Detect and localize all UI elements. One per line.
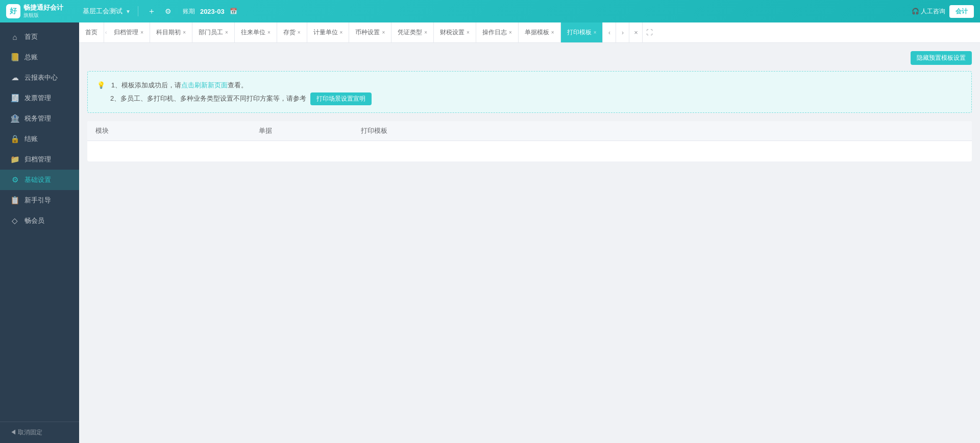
divider-1	[138, 6, 138, 16]
tab-tax-set[interactable]: 财税设置 ×	[434, 22, 476, 42]
tab-next-button[interactable]: ›	[616, 22, 629, 42]
top-bar: 好 畅捷通好会计 旗舰版 基层工会测试 ▼ ＋ ⚙ 账期 2023-03 📅 🎧…	[0, 0, 980, 22]
sidebar-item-home[interactable]: ⌂ 首页	[0, 27, 79, 47]
tab-voucher-label: 凭证类型	[398, 28, 422, 37]
main-layout: ⌂ 首页 📒 总账 ☁ 云报表中心 🧾 发票管理 🏦 税务管理 🔒 结账	[0, 22, 980, 443]
tab-home[interactable]: 首页	[79, 22, 104, 42]
bulb-icon: 💡	[97, 81, 105, 89]
sidebar-item-member[interactable]: ◇ 畅会员	[0, 211, 79, 231]
tab-subject-label: 科目期初	[156, 28, 181, 37]
tab-dept[interactable]: 部门员工 ×	[192, 22, 235, 42]
tab-dept-close[interactable]: ×	[225, 30, 228, 35]
data-table: 模块 单据 打印模板	[87, 121, 972, 161]
tab-bar: 首页 ‹ 归档管理 × 科目期初 × 部门员工 × 往来单位 × 存货 ×	[79, 22, 980, 43]
tab-inventory-close[interactable]: ×	[298, 30, 301, 35]
logo-text-block: 畅捷通好会计 旗舰版	[23, 4, 63, 19]
logo-area: 好 畅捷通好会计 旗舰版	[6, 4, 78, 19]
company-selector[interactable]: 基层工会测试 ▼	[83, 7, 131, 16]
tab-archive-label: 归档管理	[114, 28, 138, 37]
tab-single-close[interactable]: ×	[551, 30, 554, 35]
tab-subject-close[interactable]: ×	[183, 30, 186, 35]
info-refresh-link[interactable]: 点击刷新新页面	[181, 81, 228, 89]
sidebar-item-reports[interactable]: ☁ 云报表中心	[0, 67, 79, 88]
page-content: 隐藏预置模板设置 💡 1、模板添加成功后，请点击刷新新页面查看。 2、多员工、多…	[79, 43, 980, 443]
sidebar-item-settings[interactable]: ⚙ 基础设置	[0, 170, 79, 190]
account-button[interactable]: 会计	[949, 5, 974, 18]
chevron-down-icon: ▼	[126, 9, 131, 14]
hide-template-button[interactable]: 隐藏预置模板设置	[911, 51, 972, 65]
gear-icon: ⚙	[10, 175, 19, 184]
tab-partner-close[interactable]: ×	[267, 30, 271, 35]
sidebar-label-tax: 税务管理	[24, 114, 51, 123]
sidebar-label-archive: 归档管理	[24, 155, 51, 164]
tab-inventory[interactable]: 存货 ×	[277, 22, 307, 42]
tab-single[interactable]: 单据模板 ×	[519, 22, 561, 42]
period-label: 账期	[183, 7, 195, 16]
sidebar-label-invoice: 发票管理	[24, 94, 51, 103]
tab-subject[interactable]: 科目期初 ×	[150, 22, 192, 42]
sidebar: ⌂ 首页 📒 总账 ☁ 云报表中心 🧾 发票管理 🏦 税务管理 🔒 结账	[0, 22, 79, 443]
tab-currency-close[interactable]: ×	[382, 30, 385, 35]
tab-unit[interactable]: 计量单位 ×	[307, 22, 350, 42]
tab-oplog[interactable]: 操作日志 ×	[476, 22, 519, 42]
col-module-header: 模块	[87, 126, 251, 135]
info-line2: 2、多员工、多打印机、多种业务类型设置不同打印方案等，请参考 打印场景设置宣明	[110, 92, 962, 105]
sidebar-footer[interactable]: ◀ 取消固定	[0, 422, 79, 443]
sidebar-item-tax[interactable]: 🏦 税务管理	[0, 108, 79, 129]
info-line1: 💡 1、模板添加成功后，请点击刷新新页面查看。	[97, 79, 962, 92]
support-label: 人工咨询	[921, 7, 945, 16]
period-value: 2023-03	[200, 8, 225, 15]
tab-tax-set-close[interactable]: ×	[467, 30, 470, 35]
tab-currency-label: 币种设置	[355, 28, 380, 37]
tab-expand-button[interactable]: ⛶	[643, 22, 656, 42]
sidebar-item-close[interactable]: 🔒 结账	[0, 129, 79, 149]
tab-archive[interactable]: 归档管理 ×	[108, 22, 150, 42]
ledger-icon: 📒	[10, 53, 19, 62]
tab-home-chevron[interactable]: ‹	[104, 30, 108, 35]
tab-inventory-label: 存货	[283, 28, 296, 37]
hide-template-area: 隐藏预置模板设置	[87, 51, 972, 65]
sidebar-item-guide[interactable]: 📋 新手引导	[0, 190, 79, 211]
content-area: 首页 ‹ 归档管理 × 科目期初 × 部门员工 × 往来单位 × 存货 ×	[79, 22, 980, 443]
sidebar-item-invoice[interactable]: 🧾 发票管理	[0, 88, 79, 108]
tab-print[interactable]: 打印模板 ×	[561, 22, 603, 42]
home-icon: ⌂	[10, 33, 19, 41]
tab-print-close[interactable]: ×	[594, 30, 597, 35]
cloud-icon: ☁	[10, 73, 19, 82]
settings-icon[interactable]: ⚙	[163, 7, 174, 15]
member-icon: ◇	[10, 216, 19, 225]
add-button[interactable]: ＋	[145, 6, 158, 17]
sidebar-item-ledger[interactable]: 📒 总账	[0, 47, 79, 67]
support-button[interactable]: 🎧 人工咨询	[912, 7, 945, 16]
info-line1-prefix: 1、模板添加成功后，请	[111, 81, 181, 89]
sidebar-label-close: 结账	[24, 134, 38, 144]
sidebar-label-settings: 基础设置	[24, 175, 51, 184]
tab-prev-button[interactable]: ‹	[603, 22, 616, 42]
tab-single-label: 单据模板	[525, 28, 549, 37]
tab-voucher[interactable]: 凭证类型 ×	[391, 22, 434, 42]
tab-print-label: 打印模板	[567, 28, 592, 37]
company-name: 基层工会测试	[83, 7, 122, 16]
archive-icon: 📁	[10, 155, 19, 164]
sidebar-label-member: 畅会员	[24, 216, 44, 225]
lock-icon: 🔒	[10, 134, 19, 144]
tab-home-label: 首页	[85, 28, 97, 37]
tab-tax-set-label: 财税设置	[440, 28, 464, 37]
logo-subtitle: 旗舰版	[23, 12, 63, 19]
tab-unit-close[interactable]: ×	[340, 30, 343, 35]
tab-oplog-close[interactable]: ×	[509, 30, 512, 35]
tab-voucher-close[interactable]: ×	[424, 30, 427, 35]
headset-icon: 🎧	[912, 8, 919, 15]
tab-close-all-button[interactable]: ×	[629, 22, 643, 42]
tab-currency[interactable]: 币种设置 ×	[349, 22, 391, 42]
logo-title: 畅捷通好会计	[23, 4, 63, 12]
print-scene-button[interactable]: 打印场景设置宣明	[310, 92, 372, 105]
sidebar-label-ledger: 总账	[24, 53, 38, 62]
tab-archive-close[interactable]: ×	[140, 30, 143, 35]
guide-icon: 📋	[10, 196, 19, 205]
calendar-icon[interactable]: 📅	[230, 8, 237, 15]
tab-partner[interactable]: 往来单位 ×	[235, 22, 277, 42]
sidebar-item-archive[interactable]: 📁 归档管理	[0, 149, 79, 170]
unpin-label: ◀ 取消固定	[10, 428, 42, 437]
col-order-header: 单据	[251, 126, 353, 135]
